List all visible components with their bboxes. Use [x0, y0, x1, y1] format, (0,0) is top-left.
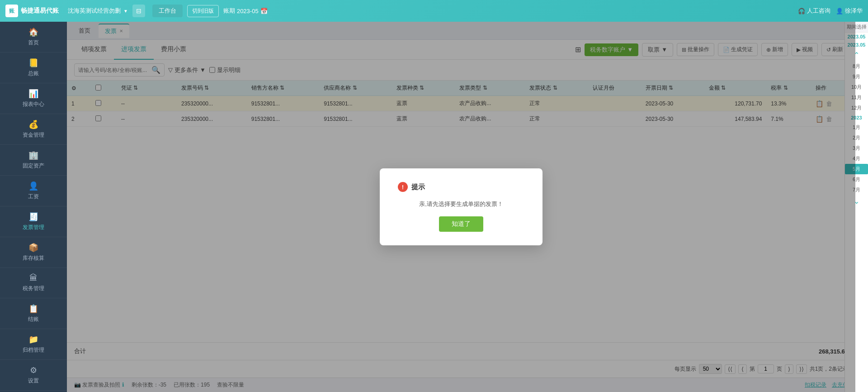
period-info: 账期 2023-05 📅 [223, 7, 268, 15]
header-right: 🎧 人工咨询 👤 徐泽华 [798, 7, 863, 15]
sidebar-item-settings[interactable]: ⚙ 设置 [0, 360, 67, 391]
calendar-icon[interactable]: 📅 [260, 8, 268, 14]
modal-header: ! 提示 [398, 182, 425, 192]
home-icon: 🏠 [28, 27, 38, 37]
sidebar-item-inventory[interactable]: 📦 库存核算 [0, 237, 67, 268]
modal-warning-icon: ! [398, 182, 408, 192]
sidebar-item-reports[interactable]: 📊 报表中心 [0, 83, 67, 114]
user-info[interactable]: 👤 徐泽华 [836, 7, 863, 15]
ledger-icon: 📒 [28, 58, 38, 68]
user-avatar-icon: 👤 [836, 8, 843, 14]
company-dropdown-arrow: ▼ [123, 9, 128, 14]
company-settings-icon[interactable]: ⊟ [132, 5, 145, 17]
main-layout: 🏠 首页 📒 总账 📊 报表中心 💰 资金管理 🏢 固定资产 👤 工资 🧾 发票… [0, 22, 868, 392]
app-name: 畅捷通易代账 [21, 7, 59, 15]
sidebar-label-settlement: 结账 [28, 316, 39, 323]
company-selector[interactable]: 沈海英测试经营勿删 ▼ [68, 7, 128, 15]
sidebar-label-archive: 归档管理 [23, 346, 44, 354]
sidebar-label-reports: 报表中心 [23, 100, 44, 108]
content-area: 首页 发票 ✕ 销项发票 进项发票 费用小票 [67, 22, 855, 392]
sidebar-item-home[interactable]: 🏠 首页 [0, 22, 67, 53]
help-btn[interactable]: 🎧 人工咨询 [798, 7, 830, 15]
funds-icon: 💰 [28, 120, 38, 129]
switch-old-button[interactable]: 切到旧版 [187, 5, 219, 17]
headset-icon: 🎧 [798, 8, 805, 14]
sidebar-label-tax: 税务管理 [23, 285, 44, 292]
modal-confirm-button[interactable]: 知道了 [439, 216, 483, 232]
sidebar-label-settings: 设置 [28, 377, 39, 385]
invoice-icon: 🧾 [28, 212, 38, 222]
right-panel: 期间选择 2023.05 2023.05 ⌃ 8月 9月 10月 11月 12月… [855, 22, 868, 392]
sidebar-label-ledger: 总账 [28, 70, 39, 77]
sidebar-item-ledger[interactable]: 📒 总账 [0, 53, 67, 83]
top-header: 账 畅捷通易代账 沈海英测试经营勿删 ▼ ⊟ 工作台 切到旧版 账期 2023-… [0, 0, 868, 22]
modal-title: 提示 [411, 183, 425, 191]
settlement-icon: 📋 [28, 304, 38, 314]
workspace-button[interactable]: 工作台 [152, 5, 183, 17]
app-logo-icon: 账 [5, 5, 18, 17]
sidebar-label-inventory: 库存核算 [23, 254, 44, 262]
modal-box: ! 提示 亲,请先选择要生成单据的发票！ 知道了 [380, 168, 542, 245]
payroll-icon: 👤 [28, 181, 38, 191]
app-logo: 账 畅捷通易代账 [5, 5, 59, 17]
modal-body: 亲,请先选择要生成单据的发票！ [419, 200, 503, 208]
sidebar-item-funds[interactable]: 💰 资金管理 [0, 114, 67, 145]
sidebar: 🏠 首页 📒 总账 📊 报表中心 💰 资金管理 🏢 固定资产 👤 工资 🧾 发票… [0, 22, 67, 392]
sidebar-label-funds: 资金管理 [23, 131, 44, 139]
company-name: 沈海英测试经营勿删 [68, 7, 121, 15]
tax-icon: 🏛 [29, 273, 38, 283]
modal-overlay: ! 提示 亲,请先选择要生成单据的发票！ 知道了 [67, 22, 855, 392]
help-label: 人工咨询 [807, 7, 830, 15]
sidebar-item-settlement[interactable]: 📋 结账 [0, 298, 67, 329]
sidebar-item-assets[interactable]: 🏢 固定资产 [0, 145, 67, 176]
reports-icon: 📊 [28, 89, 38, 99]
assets-icon: 🏢 [28, 150, 38, 160]
sidebar-label-payroll: 工资 [28, 193, 39, 201]
sidebar-item-archive[interactable]: 📁 归档管理 [0, 329, 67, 360]
period-label: 账期 [223, 7, 235, 15]
settings-icon: ⚙ [30, 365, 37, 375]
modal-message: 亲,请先选择要生成单据的发票！ [419, 201, 503, 207]
sidebar-item-invoice[interactable]: 🧾 发票管理 [0, 206, 67, 237]
archive-icon: 📁 [28, 335, 38, 344]
user-name: 徐泽华 [845, 7, 863, 15]
sidebar-label-home: 首页 [28, 39, 39, 47]
inventory-icon: 📦 [28, 243, 38, 253]
sidebar-label-assets: 固定资产 [23, 162, 44, 170]
sidebar-label-invoice: 发票管理 [23, 224, 44, 231]
period-value: 2023-05 [237, 8, 259, 14]
sidebar-item-payroll[interactable]: 👤 工资 [0, 176, 67, 206]
sidebar-item-tax[interactable]: 🏛 税务管理 [0, 268, 67, 298]
